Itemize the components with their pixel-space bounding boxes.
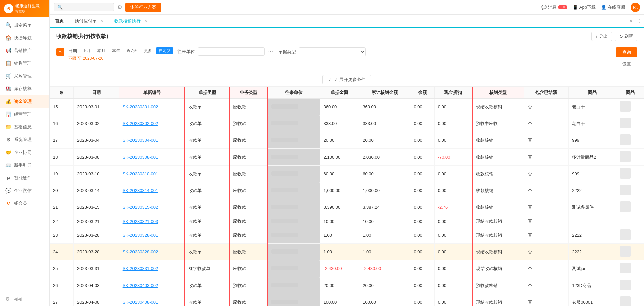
- cell-doc-no[interactable]: SK-20230304-001: [119, 132, 185, 149]
- sidebar-item-guide[interactable]: 📖 新手引导: [0, 159, 49, 172]
- topbar-search[interactable]: 🔍: [54, 3, 114, 11]
- sidebar-item-hardware[interactable]: 🖥 智能硬件: [0, 172, 49, 184]
- expand-more-icon: ✓: [328, 77, 332, 82]
- user-avatar[interactable]: Rit: [631, 3, 640, 12]
- sidebar-item-operation[interactable]: 📊 经营管理: [0, 108, 49, 121]
- tab-receipt[interactable]: 收款核销执行 ✕: [109, 15, 153, 28]
- date-last-month[interactable]: 上月: [80, 47, 93, 54]
- content-area: 收款核销执行(按收款) ↑ 导出 ↻ 刷新 » 日期 上月: [50, 28, 644, 306]
- export-btn[interactable]: ↑ 导出: [591, 32, 612, 41]
- settings-bottom-icon[interactable]: ⚙: [5, 296, 10, 302]
- topbar-gear-icon[interactable]: ⚙: [117, 4, 122, 10]
- cell-cash-discount: 0.00: [434, 99, 472, 115]
- partner-input[interactable]: [198, 47, 265, 56]
- sidebar-item-member[interactable]: V 畅会员: [0, 197, 49, 210]
- filter-date-row: 日期 上月 本月 本年 近7天 更多 自定义: [68, 47, 173, 54]
- cell-goods-img: [616, 166, 644, 182]
- content-header: 收款核销执行(按收款) ↑ 导出 ↻ 刷新: [50, 28, 644, 44]
- tab-home-label: 首页: [55, 18, 64, 24]
- date-7days[interactable]: 近7天: [124, 47, 140, 54]
- cell-doc-no[interactable]: SK-20230314-001: [119, 182, 185, 199]
- service-item[interactable]: 👤 在线客服: [601, 4, 625, 10]
- col-settings[interactable]: ⚙: [50, 87, 73, 99]
- cell-doc-no[interactable]: SK-20230301-002: [119, 99, 185, 115]
- cell-doc-no[interactable]: SK-20230403-002: [119, 277, 185, 294]
- enterprise-icon: 🤝: [5, 149, 11, 156]
- cell-doc-no[interactable]: SK-20230308-001: [119, 149, 185, 166]
- basic-icon: 📁: [5, 124, 11, 130]
- tab-prepay[interactable]: 预付应付单 ✕: [69, 14, 109, 28]
- table-row: 202023-03-14SK-20230314-001收款单应收款1,000.0…: [50, 182, 644, 199]
- sidebar-item-purchase[interactable]: 🛒 采购管理: [0, 70, 49, 82]
- system-icon: ⚙: [5, 137, 11, 143]
- sidebar-item-capital[interactable]: 💰 资金管理: [0, 95, 49, 108]
- col-biz-type: 业务类型: [229, 87, 268, 99]
- sidebar-item-search[interactable]: 🔍 搜索菜单: [0, 19, 49, 32]
- filter-settings-btn[interactable]: 设置: [616, 59, 637, 69]
- tab-home[interactable]: 首页: [50, 14, 69, 28]
- cell-no: 15: [50, 99, 73, 115]
- message-badge: 99+: [558, 5, 567, 9]
- tab-receipt-close[interactable]: ✕: [144, 19, 147, 23]
- message-item[interactable]: 💬 消息 99+: [541, 4, 567, 10]
- cell-doc-no[interactable]: SK-20230321-003: [119, 216, 185, 227]
- date-this-year[interactable]: 本年: [109, 47, 123, 54]
- cell-doc-no[interactable]: SK-20230302-002: [119, 115, 185, 132]
- cell-doc-no[interactable]: SK-20230408-001: [119, 294, 185, 306]
- filter-bar: » 日期 上月 本月 本年 近7天 更多 自定义 不限 至 2023-07-26: [50, 44, 644, 73]
- cell-doc-no[interactable]: SK-20230328-002: [119, 244, 185, 260]
- cell-goods-img: [616, 149, 644, 166]
- sidebar-item-system[interactable]: ⚙ 系统管理: [0, 133, 49, 146]
- cell-goods-img: [616, 244, 644, 260]
- doc-type-select[interactable]: [299, 47, 366, 56]
- query-btn[interactable]: 查询: [616, 47, 637, 57]
- expand-more-btn[interactable]: ✓ ✓ 展开更多条件: [322, 75, 371, 84]
- cell-include-settled: 否: [524, 227, 569, 244]
- cell-balance: 0.00: [410, 166, 434, 182]
- close-all-icon[interactable]: ✕: [629, 19, 633, 24]
- sidebar-item-marketing[interactable]: 📢 营销推广: [0, 44, 49, 57]
- cell-cumulative: 20.00: [359, 132, 410, 149]
- cell-doc-no[interactable]: SK-20230328-001: [119, 227, 185, 244]
- sidebar-item-quick[interactable]: 🏠 快捷导航: [0, 32, 49, 44]
- tab-prepay-close[interactable]: ✕: [100, 19, 103, 23]
- sidebar-item-label: 销售管理: [14, 60, 32, 66]
- cell-biz-type: 应收款: [229, 99, 268, 115]
- collapse-icon[interactable]: ◀◀: [14, 296, 22, 302]
- sidebar-item-label: 系统管理: [14, 137, 32, 143]
- cell-cumulative: 1.00: [359, 227, 410, 244]
- cell-doc-no[interactable]: SK-20230331-002: [119, 260, 185, 277]
- refresh-btn[interactable]: ↻ 刷新: [615, 32, 637, 41]
- cell-goods-img: [616, 227, 644, 244]
- cell-doc-type: 收款单: [185, 149, 230, 166]
- cell-amount: 60.00: [320, 166, 359, 182]
- date-more[interactable]: 更多: [141, 47, 155, 54]
- expand-icon[interactable]: ⛶: [636, 19, 640, 24]
- sidebar-item-basic[interactable]: 📁 基础信息: [0, 121, 49, 133]
- cell-date: 2023-03-31: [73, 260, 119, 277]
- app-item[interactable]: 📱 App下载: [573, 4, 596, 10]
- cell-doc-type: 收款单: [185, 115, 230, 132]
- solution-btn[interactable]: 体验行业方案: [125, 3, 161, 12]
- cell-doc-no[interactable]: SK-20230310-001: [119, 166, 185, 182]
- cell-include-settled: 否: [524, 199, 569, 216]
- cell-doc-no[interactable]: SK-20230315-002: [119, 199, 185, 216]
- cell-amount: 360.00: [320, 99, 359, 115]
- date-custom[interactable]: 自定义: [156, 47, 173, 54]
- filter-partner-row: 往来单位 ···: [177, 47, 274, 56]
- cell-partner: [268, 115, 320, 132]
- cell-balance: 0.00: [410, 99, 434, 115]
- sidebar-item-sales[interactable]: 📋 销售管理: [0, 57, 49, 70]
- cell-cumulative: 3,387.24: [359, 199, 410, 216]
- sidebar-item-stock[interactable]: 🏭 库存核算: [0, 82, 49, 95]
- sidebar-item-enterprise[interactable]: 🤝 企业协同: [0, 146, 49, 159]
- date-this-month[interactable]: 本月: [95, 47, 108, 54]
- cell-biz-type: 应收款: [229, 166, 268, 182]
- header-actions: ↑ 导出 ↻ 刷新: [591, 32, 638, 41]
- sidebar-item-wechat[interactable]: 💬 企业微信: [0, 184, 49, 197]
- filter-expand-btn[interactable]: »: [56, 48, 64, 56]
- table-container[interactable]: ⚙ 日期 单据编号 单据类型 业务类型 往来单位 单据金额 累计核销金额 余额 …: [50, 87, 644, 306]
- cell-cancel-type: 收款核销: [472, 132, 524, 149]
- col-goods: 商品: [569, 87, 616, 99]
- cell-balance: 0.00: [410, 244, 434, 260]
